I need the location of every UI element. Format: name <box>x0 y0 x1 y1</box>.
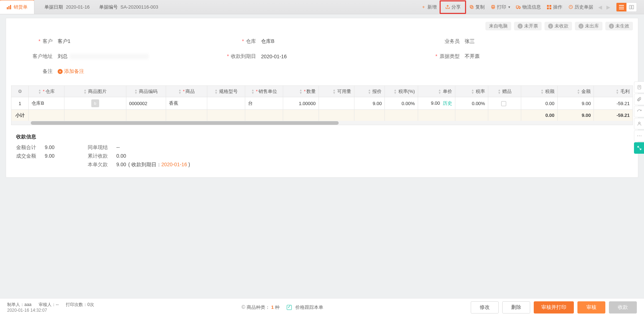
status-unpaid[interactable]: 未收款 <box>544 22 572 30</box>
view-card-icon[interactable] <box>626 3 636 11</box>
svg-rect-18 <box>619 9 624 9</box>
status-uninvoiced[interactable]: 未开票 <box>514 22 542 30</box>
col-taxratepct[interactable]: 税率(%) <box>385 86 418 97</box>
col-spec[interactable]: 规格型号 <box>207 86 245 97</box>
logistics-button[interactable]: 物流信息 <box>513 2 544 12</box>
image-placeholder-icon: b <box>91 99 99 107</box>
col-qty[interactable]: *数量 <box>283 86 319 97</box>
follow-price-checkbox[interactable] <box>287 305 292 310</box>
operate-label: 操作 <box>553 4 562 10</box>
svg-rect-3 <box>471 6 473 8</box>
debt-note-suffix: ) <box>187 162 190 167</box>
print-count-value: 0次 <box>87 302 94 307</box>
cell-spec[interactable] <box>207 97 245 110</box>
cust-addr-label: 客户地址 <box>33 53 53 59</box>
acc-paid-label: 累计收款 <box>88 153 116 159</box>
col-image[interactable]: 商品图片 <box>64 86 126 97</box>
copy-button[interactable]: 复制 <box>466 2 488 12</box>
cell-gift[interactable] <box>488 97 521 110</box>
next-icon[interactable]: ▶ <box>604 4 612 10</box>
debt-note-date: 2020-01-16 <box>161 162 187 167</box>
cell-idx: 1 <box>11 97 29 110</box>
audit-print-button[interactable]: 审核并打印 <box>534 301 574 313</box>
rail-user-icon[interactable] <box>634 118 644 129</box>
cell-sales-unit[interactable]: 台 <box>245 97 283 110</box>
follow-price-label: 价格跟踪本单 <box>295 305 323 310</box>
rail-attach-icon[interactable] <box>634 94 644 105</box>
warehouse-label: 仓库 <box>246 38 256 44</box>
status-unshipped[interactable]: 未出库 <box>575 22 602 30</box>
svg-rect-4 <box>470 5 473 8</box>
horizontal-scrollbar[interactable] <box>11 121 633 125</box>
price-history-link[interactable]: 历史 <box>443 100 452 106</box>
sort-icon <box>134 89 137 94</box>
cell-unitprice[interactable]: 9.00 历史 <box>418 97 455 110</box>
customer-value[interactable]: 客户1 <box>58 38 71 45</box>
rail-more-icon[interactable]: ⋯ <box>634 130 644 142</box>
due-date-value[interactable]: 2020-01-16 <box>261 54 287 59</box>
table-row[interactable]: 1 仓库B b 0000002 香蕉 台 1.00000 9.00 0.00% … <box>11 97 633 110</box>
footer-center: © 商品种类： 1 种 价格跟踪本单 <box>94 304 471 311</box>
col-taxrate[interactable]: 税率 <box>455 86 488 97</box>
col-product[interactable]: *商品 <box>166 86 207 97</box>
col-available[interactable]: 可用量 <box>319 86 354 97</box>
status-inactive[interactable]: 未生效 <box>605 22 633 30</box>
col-warehouse[interactable]: *仓库 <box>29 86 64 97</box>
cell-code[interactable]: 0000002 <box>126 97 166 110</box>
new-button[interactable]: + 新增 <box>418 2 440 12</box>
gift-checkbox[interactable] <box>501 101 506 106</box>
audit-button[interactable]: 审核 <box>577 301 605 313</box>
cell-available <box>319 97 354 110</box>
col-gift[interactable]: 赠品 <box>488 86 521 97</box>
scrollbar-thumb[interactable] <box>31 121 339 125</box>
rail-expand-icon[interactable] <box>634 142 644 154</box>
print-button[interactable]: 打印 ▾ <box>488 2 513 12</box>
col-quote[interactable]: 报价 <box>354 86 384 97</box>
operate-button[interactable]: 操作 <box>544 2 565 12</box>
cell-image[interactable]: b <box>64 97 126 110</box>
svg-point-10 <box>519 8 520 9</box>
view-list-icon[interactable] <box>616 3 626 11</box>
tab-label: 销货单 <box>14 4 28 10</box>
plus-icon: + <box>421 5 426 10</box>
rail-refresh-icon[interactable] <box>634 106 644 117</box>
warehouse-value[interactable]: 仓库B <box>261 38 274 45</box>
salesman-label: 业务员 <box>445 38 460 44</box>
col-amount[interactable]: 金额 <box>557 86 594 97</box>
rail-note-icon[interactable] <box>634 82 644 93</box>
cust-addr-blurred <box>70 54 149 59</box>
print-count-label: 打印次数： <box>66 302 87 307</box>
cell-product[interactable]: 香蕉 <box>166 97 207 110</box>
sort-icon <box>541 89 544 94</box>
svg-rect-2 <box>10 5 11 9</box>
truck-icon <box>516 5 521 10</box>
invoice-type-value[interactable]: 不开票 <box>465 53 480 60</box>
cell-qty[interactable]: 1.00000 <box>283 97 319 110</box>
sort-icon <box>616 89 619 94</box>
history-button[interactable]: 历史单据 <box>565 2 596 12</box>
sort-icon <box>577 89 580 94</box>
add-remark-button[interactable]: 添加备注 <box>58 68 84 75</box>
cell-taxrate[interactable]: 0.00% <box>455 97 488 110</box>
col-unitprice[interactable]: 单价 <box>418 86 455 97</box>
prev-icon[interactable]: ◀ <box>596 4 604 10</box>
col-sales-unit[interactable]: *销售单位 <box>245 86 283 97</box>
payment-info: 收款信息 金额合计9.00 同单现结-- 成交金额9.00 累计收款0.00 本… <box>6 128 638 177</box>
subtotal-amount: 9.00 <box>557 110 594 121</box>
col-gross[interactable]: 毛利 <box>594 86 633 97</box>
col-taxamount[interactable]: 税额 <box>521 86 558 97</box>
customer-label: 客户 <box>43 38 53 44</box>
delete-button[interactable]: 删除 <box>502 301 530 313</box>
modify-button[interactable]: 修改 <box>471 301 499 313</box>
cell-quote[interactable]: 9.00 <box>354 97 384 110</box>
line-items-grid: ⚙ *仓库 商品图片 商品编码 *商品 规格型号 *销售单位 *数量 可用量 报… <box>6 85 638 128</box>
cell-taxratepct[interactable]: 0.00% <box>385 97 418 110</box>
col-code[interactable]: 商品编码 <box>126 86 166 97</box>
cell-warehouse[interactable]: 仓库B <box>29 97 64 110</box>
gear-header[interactable]: ⚙ <box>11 86 29 97</box>
footer-timestamp: 2020-01-16 14:32:07 <box>7 307 94 313</box>
share-button[interactable]: 分享 <box>442 2 464 12</box>
tab-sales-order[interactable]: 销货单 <box>0 0 34 14</box>
salesman-value[interactable]: 张三 <box>465 38 475 45</box>
print-label: 打印 <box>497 4 506 10</box>
